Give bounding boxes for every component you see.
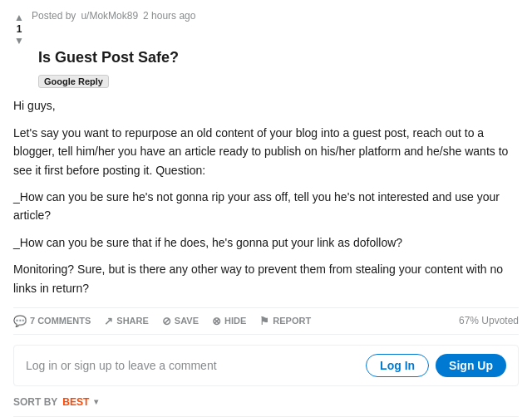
- signup-button[interactable]: Sign Up: [436, 354, 506, 377]
- comments-label: 7 Comments: [30, 316, 91, 326]
- login-buttons: Log In Sign Up: [366, 354, 506, 377]
- post-body-p4: _How can you be sure that if he does, he…: [13, 233, 519, 252]
- sort-bar: SORT BY BEST ▾: [13, 396, 519, 408]
- login-prompt-text: Log in or sign up to leave a comment: [26, 359, 217, 372]
- vote-count: 1: [17, 23, 22, 35]
- post-author[interactable]: u/MokMok89: [81, 10, 138, 22]
- hide-action[interactable]: ⊗ Hide: [212, 315, 246, 327]
- post-flair[interactable]: Google Reply: [38, 75, 109, 88]
- report-label: Report: [273, 316, 311, 326]
- action-bar: 💬 7 Comments ↗ Share ⊘ Save ⊗ Hide ⚑ Rep…: [13, 307, 519, 335]
- report-action[interactable]: ⚑ Report: [259, 315, 311, 327]
- post-body: Hi guys, Let's say you want to repurpose…: [13, 96, 519, 297]
- comment-icon: 💬: [13, 315, 27, 327]
- sort-chevron-icon[interactable]: ▾: [94, 397, 98, 406]
- comment-login-bar: Log in or sign up to leave a comment Log…: [13, 345, 519, 386]
- post-body-p1: Hi guys,: [13, 96, 519, 115]
- post-main: Posted by u/MokMok89 2 hours ago: [32, 10, 519, 25]
- upvote-percentage: 67% Upvoted: [459, 315, 519, 326]
- post-time: 2 hours ago: [143, 10, 195, 22]
- post-header: ▲ 1 ▼ Posted by u/MokMok89 2 hours ago: [13, 10, 519, 47]
- share-action[interactable]: ↗ Share: [104, 315, 149, 327]
- post-title: Is Guest Post Safe?: [38, 48, 519, 67]
- save-icon: ⊘: [162, 315, 171, 327]
- save-action[interactable]: ⊘ Save: [162, 315, 199, 327]
- share-label: Share: [116, 316, 149, 326]
- post-meta: Posted by u/MokMok89 2 hours ago: [32, 10, 519, 22]
- comments-action[interactable]: 💬 7 Comments: [13, 315, 91, 327]
- post-body-p2: Let's say you want to repurpose an old c…: [13, 124, 519, 179]
- save-label: Save: [175, 316, 199, 326]
- hide-icon: ⊗: [212, 315, 221, 327]
- share-icon: ↗: [104, 315, 113, 327]
- hide-label: Hide: [224, 316, 246, 326]
- upvote-button[interactable]: ▲: [13, 12, 25, 23]
- vote-column: ▲ 1 ▼: [13, 10, 25, 47]
- report-icon: ⚑: [259, 315, 269, 327]
- downvote-button[interactable]: ▼: [13, 35, 25, 47]
- sort-by-label: SORT BY: [13, 396, 57, 408]
- page-wrapper: ▲ 1 ▼ Posted by u/MokMok89 2 hours ago I…: [0, 0, 532, 417]
- login-button[interactable]: Log In: [366, 354, 429, 377]
- post-body-p3: _How can you be sure he's not gonna rip …: [13, 188, 519, 225]
- posted-by-label: Posted by: [32, 10, 76, 22]
- sort-value[interactable]: BEST: [62, 396, 89, 408]
- post-body-p5: Monitoring? Sure, but is there any other…: [13, 260, 519, 297]
